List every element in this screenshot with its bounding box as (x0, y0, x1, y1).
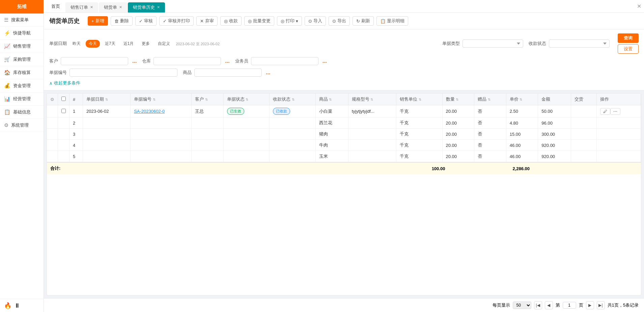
show-detail-button[interactable]: 📋 显示明细 (376, 16, 408, 26)
batch-change-button[interactable]: ◎ 批量变更 (244, 16, 274, 26)
tab-sales-history[interactable]: 销货单历史 ✕ (128, 2, 165, 12)
doc-type-label: 单据类型 (442, 41, 460, 47)
date-btn-today[interactable]: 今天 (86, 40, 100, 48)
sort-unitprice-icon[interactable]: ⇅ (520, 98, 522, 101)
query-button[interactable]: 查询 (618, 33, 639, 43)
export-button[interactable]: ⊙ 导出 (329, 16, 350, 26)
sidebar-item-finance[interactable]: 💰 资金管理 (0, 79, 44, 93)
new-button[interactable]: + 新增 (88, 16, 108, 26)
sort-gift-icon[interactable]: ⇅ (488, 98, 491, 101)
date-btn-1month[interactable]: 近1月 (120, 40, 137, 48)
customer-label: 客户 (49, 58, 58, 64)
collect-status-select[interactable] (549, 40, 610, 48)
sort-docno-icon[interactable]: ⇅ (153, 98, 156, 101)
staff-filter: 业务员 ... (235, 57, 327, 65)
sidebar-item-basic-info[interactable]: 📋 基础信息 (0, 106, 44, 119)
sidebar-item-inventory[interactable]: 🏠 库存核算 (0, 66, 44, 79)
doc-no-input[interactable] (69, 69, 177, 77)
row-gear (47, 105, 58, 118)
warehouse-input[interactable] (153, 57, 221, 65)
row-checkbox-cell (58, 151, 69, 162)
col-quantity[interactable]: 数量 ⇅ (442, 94, 474, 105)
tabs-bar-close[interactable]: ✕ (637, 3, 641, 9)
cell-doc_status (223, 118, 270, 129)
delete-button[interactable]: 🗑 删除 (111, 16, 133, 26)
col-goods[interactable]: 商品 ⇅ (315, 94, 348, 105)
sort-unit-icon[interactable]: ⇅ (419, 98, 421, 101)
warehouse-dots-btn[interactable]: ... (225, 58, 229, 64)
sort-date-icon[interactable]: ⇅ (105, 98, 108, 101)
print-button[interactable]: ◎ 打印 ▾ (277, 16, 302, 26)
refresh-button[interactable]: ↻ 刷新 (353, 16, 374, 26)
collapse-button[interactable]: ∧ 收起更多条件 (49, 80, 639, 86)
sort-goods-icon[interactable]: ⇅ (329, 98, 332, 101)
sort-quantity-icon[interactable]: ⇅ (456, 98, 458, 101)
audit-print-button[interactable]: ✓ 审核并打印 (159, 16, 194, 26)
more-action-btn[interactable]: ⋯ (610, 108, 620, 115)
sort-collectstatus-icon[interactable]: ⇅ (292, 98, 295, 101)
col-doc-no[interactable]: 单据编号 ⇅ (131, 94, 192, 105)
sidebar-item-operations[interactable]: 📊 经营管理 (0, 93, 44, 106)
col-date[interactable]: 单据日期 ⇅ (83, 94, 131, 105)
customer-input[interactable] (61, 57, 128, 65)
page-input[interactable] (563, 302, 576, 309)
sidebar-item-system[interactable]: ⚙ 系统管理 (0, 119, 44, 132)
col-unit[interactable]: 销售单位 ⇅ (396, 94, 442, 105)
col-doc-status[interactable]: 单据状态 ⇅ (223, 94, 270, 105)
per-page-select[interactable]: 50 100 200 (513, 302, 531, 309)
tab-sales-history-close[interactable]: ✕ (157, 5, 160, 9)
inventory-icon: 🏠 (4, 70, 10, 76)
sort-customer-icon[interactable]: ⇅ (205, 98, 208, 101)
tab-sales-goods[interactable]: 销货单 ✕ (99, 2, 127, 12)
date-btn-7days[interactable]: 近7天 (102, 40, 118, 48)
sort-docstatus-icon[interactable]: ⇅ (246, 98, 248, 101)
col-customer[interactable]: 客户 ⇅ (192, 94, 224, 105)
import-button[interactable]: ⊙ 导入 (305, 16, 326, 26)
tab-sales-order[interactable]: 销售订单 ✕ (65, 2, 98, 12)
row-gear (47, 118, 58, 129)
doc-type-select[interactable] (463, 40, 523, 48)
print-label: 打印 (286, 18, 295, 24)
settings-button[interactable]: 设置 (618, 44, 639, 54)
col-gear[interactable]: ⚙ (47, 94, 58, 105)
sidebar-fire-icon[interactable]: 🔥 (4, 302, 11, 309)
abandon-button[interactable]: ✕ 弃审 (196, 16, 218, 26)
sidebar-pause-icon[interactable]: ⏸ (14, 302, 20, 309)
col-gift[interactable]: 赠品 ⇅ (474, 94, 506, 105)
col-collect-status[interactable]: 收款状态 ⇅ (270, 94, 316, 105)
staff-input[interactable] (251, 57, 318, 65)
col-unit-price[interactable]: 单价 ⇅ (506, 94, 538, 105)
quick-nav-icon: ⚡ (4, 30, 10, 36)
system-icon: ⚙ (4, 122, 8, 128)
goods-dots-btn[interactable]: ... (266, 70, 270, 76)
sidebar-item-search-menu[interactable]: ☰ 搜索菜单 (0, 14, 44, 27)
col-action: 操作 (597, 94, 641, 105)
last-page-btn[interactable]: ▶| (597, 301, 605, 309)
date-btn-yesterday[interactable]: 昨天 (69, 40, 84, 48)
edit-action-btn[interactable]: 🖊 (600, 108, 610, 115)
date-btn-more[interactable]: 更多 (139, 40, 153, 48)
staff-dots-btn[interactable]: ... (323, 58, 327, 64)
tab-sales-order-close[interactable]: ✕ (90, 5, 93, 9)
col-spec-type[interactable]: 规格型号 ⇅ (348, 94, 396, 105)
import-label: 导入 (313, 18, 322, 24)
tab-sales-goods-close[interactable]: ✕ (119, 5, 122, 9)
tab-home[interactable]: 首页 (47, 1, 65, 11)
audit-button[interactable]: ✓ 审核 (135, 16, 157, 26)
prev-page-btn[interactable]: ◀ (545, 301, 553, 309)
sidebar-item-purchase-mgmt[interactable]: 🛒 采购管理 (0, 53, 44, 66)
first-page-btn[interactable]: |◀ (534, 301, 542, 309)
row-checkbox[interactable] (61, 109, 66, 113)
date-btn-custom[interactable]: 自定义 (155, 40, 173, 48)
select-all-checkbox[interactable] (61, 97, 66, 101)
goods-input[interactable] (194, 69, 262, 77)
sidebar-item-sales-mgmt[interactable]: 📈 销售管理 (0, 40, 44, 53)
collect-button[interactable]: ◎ 收款 (220, 16, 242, 26)
cell-transaction (571, 140, 597, 151)
table-row: 2西兰花千克20.00否4.8096.00 (47, 118, 641, 129)
sidebar-item-quick-nav[interactable]: ⚡ 快捷导航 (0, 27, 44, 40)
next-page-btn[interactable]: ▶ (586, 301, 594, 309)
doc-no-filter: 单据编号 (49, 69, 177, 77)
customer-dots-btn[interactable]: ... (132, 58, 137, 64)
sort-spectype-icon[interactable]: ⇅ (370, 98, 373, 101)
